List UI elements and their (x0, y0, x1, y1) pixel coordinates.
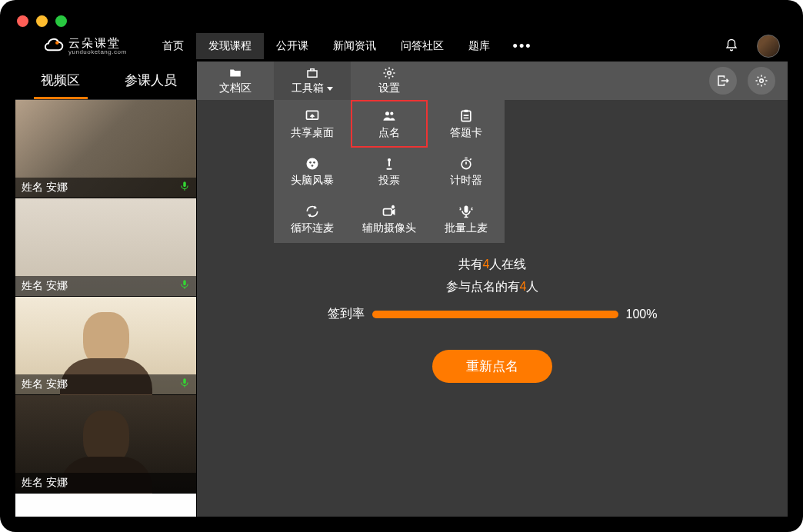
exit-button[interactable] (709, 67, 737, 95)
tool-aux-camera[interactable]: 辅助摄像头 (351, 195, 428, 243)
roll-call-icon (381, 108, 398, 124)
checkin-rate-row: 签到率 100% (328, 306, 658, 322)
sidebar-tabs: 视频区 参课人员 (15, 62, 196, 100)
nav-open-class[interactable]: 公开课 (264, 33, 321, 59)
tool-roll-call[interactable]: 点名 (351, 100, 428, 148)
svg-point-14 (312, 165, 314, 167)
svg-point-4 (388, 71, 392, 75)
svg-rect-1 (183, 181, 186, 187)
notifications-icon[interactable] (725, 38, 738, 55)
svg-point-5 (760, 79, 764, 83)
batch-mic-icon (458, 204, 475, 219)
tool-answer-card[interactable]: 答题卡 (428, 100, 505, 148)
checkin-rate-bar (372, 311, 618, 318)
video-tile[interactable]: 姓名 安娜 (15, 395, 196, 494)
toolbar-right (709, 62, 788, 100)
logo-text-cn: 云朵课堂 (68, 37, 127, 49)
vote-icon (381, 156, 398, 171)
participated-count-line: 参与点名的有4人 (446, 279, 539, 295)
participant-name: 姓名 安娜 (22, 476, 68, 490)
tool-bar: 文档区 工具箱 设置 (197, 62, 788, 100)
svg-rect-17 (384, 208, 392, 214)
tool-tab-documents[interactable]: 文档区 (197, 62, 274, 100)
nav-more-button[interactable]: ••• (502, 38, 543, 55)
video-name-bar: 姓名 安娜 (15, 178, 196, 198)
svg-point-16 (461, 160, 471, 169)
tool-tab-settings[interactable]: 设置 (351, 62, 428, 100)
maximize-window-button[interactable] (55, 15, 67, 27)
gear-icon (755, 74, 768, 88)
tool-batch-mic[interactable]: 批量上麦 (428, 195, 505, 243)
nav-news[interactable]: 新闻资讯 (321, 33, 388, 59)
share-screen-icon (304, 108, 321, 124)
video-tile-empty (15, 494, 196, 517)
tool-vote[interactable]: 投票 (351, 148, 428, 195)
svg-rect-10 (465, 109, 468, 111)
toolbox-icon (305, 66, 320, 80)
video-name-bar: 姓名 安娜 (15, 473, 196, 493)
chevron-down-icon (327, 87, 333, 91)
answer-card-icon (458, 108, 475, 124)
nav-home[interactable]: 首页 (150, 33, 196, 59)
svg-point-18 (392, 205, 395, 208)
tab-participants[interactable]: 参课人员 (106, 62, 197, 99)
mic-on-icon[interactable] (179, 377, 190, 392)
video-name-bar: 姓名 安娜 (15, 276, 196, 296)
svg-point-8 (390, 111, 393, 115)
svg-point-15 (388, 158, 391, 161)
svg-rect-3 (183, 378, 186, 384)
participant-name: 姓名 安娜 (22, 377, 68, 391)
checkin-rate-pct: 100% (626, 308, 658, 321)
tool-loop-mic[interactable]: 循环连麦 (274, 195, 351, 243)
user-avatar[interactable] (757, 35, 780, 58)
app-window: 云朵课堂 yunduoketang.com 首页 发现课程 公开课 新闻资讯 问… (0, 0, 803, 532)
exit-icon (716, 74, 730, 88)
close-window-button[interactable] (17, 15, 28, 27)
cloud-logo-icon (42, 35, 64, 57)
settings-button[interactable] (748, 67, 775, 95)
brand-logo[interactable]: 云朵课堂 yunduoketang.com (42, 35, 127, 57)
svg-point-13 (313, 161, 315, 164)
nav-qa-community[interactable]: 问答社区 (388, 33, 456, 59)
tool-timer[interactable]: 计时器 (428, 148, 505, 195)
topbar-right (725, 35, 780, 58)
tool-share-screen[interactable]: 共享桌面 (274, 100, 351, 148)
main-panel: 文档区 工具箱 设置 (197, 62, 788, 517)
mic-on-icon[interactable] (179, 180, 190, 195)
nav-question-bank[interactable]: 题库 (456, 33, 502, 59)
app-body: 视频区 参课人员 姓名 安娜 姓名 安娜 (15, 62, 788, 517)
brainstorm-icon (304, 156, 321, 171)
svg-rect-2 (183, 280, 186, 285)
restart-rollcall-button[interactable]: 重新点名 (432, 350, 552, 383)
tool-tab-toolbox[interactable]: 工具箱 (274, 62, 351, 100)
logo-text-en: yunduoketang.com (68, 49, 127, 55)
mic-on-icon[interactable] (179, 278, 190, 294)
video-name-bar: 姓名 安娜 (15, 374, 196, 394)
svg-point-12 (309, 161, 312, 164)
timer-icon (458, 156, 475, 171)
folder-icon (228, 66, 243, 80)
checkin-rate-label: 签到率 (328, 306, 365, 322)
video-tile[interactable]: 姓名 安娜 (15, 100, 196, 198)
participant-name: 姓名 安娜 (22, 181, 68, 195)
video-tile[interactable]: 姓名 安娜 (15, 297, 196, 395)
video-list: 姓名 安娜 姓名 安娜 (15, 100, 196, 517)
top-bar: 云朵课堂 yunduoketang.com 首页 发现课程 公开课 新闻资讯 问… (15, 32, 788, 60)
sidebar: 视频区 参课人员 姓名 安娜 姓名 安娜 (15, 62, 197, 517)
video-tile[interactable]: 姓名 安娜 (15, 198, 196, 297)
nav-discover-courses[interactable]: 发现课程 (196, 33, 264, 59)
toolbox-dropdown: 共享桌面 点名 答题卡 头脑风暴 投票 (274, 100, 505, 243)
svg-point-7 (385, 111, 389, 115)
top-nav: 首页 发现课程 公开课 新闻资讯 问答社区 题库 ••• (150, 33, 543, 59)
minimize-window-button[interactable] (36, 15, 48, 27)
loop-mic-icon (304, 204, 321, 219)
window-controls (17, 15, 67, 27)
svg-rect-19 (465, 205, 468, 212)
gear-icon (382, 66, 397, 80)
svg-point-11 (307, 158, 318, 169)
participant-name: 姓名 安娜 (22, 279, 68, 293)
tool-brainstorm[interactable]: 头脑风暴 (274, 148, 351, 195)
svg-point-0 (55, 41, 58, 44)
aux-camera-icon (381, 204, 398, 219)
tab-video-area[interactable]: 视频区 (15, 62, 106, 99)
